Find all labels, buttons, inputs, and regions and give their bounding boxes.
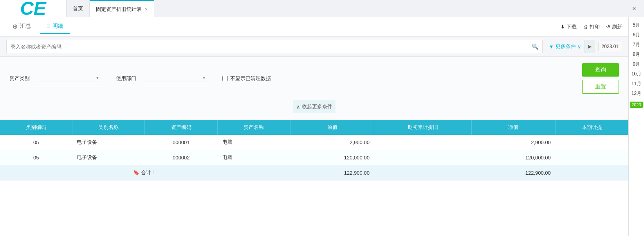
- right-sidebar: 5月6月7月8月9月10月11月12月 2023: [628, 17, 644, 236]
- hide-cleared-checkbox-label[interactable]: 不显示已清理数据: [222, 75, 271, 82]
- total-accumulated: [374, 165, 471, 181]
- total-current-period: [556, 165, 628, 181]
- collapse-button[interactable]: ∧ 收起更多条件: [293, 100, 336, 113]
- reset-button[interactable]: 重置: [582, 80, 619, 94]
- search-input[interactable]: [11, 44, 529, 50]
- refresh-button[interactable]: ↺ 刷新: [606, 23, 622, 30]
- window-close-button[interactable]: ×: [632, 5, 636, 12]
- col-accumulated-depreciation: 期初累计折旧: [374, 120, 471, 135]
- filter-panel: 资产类别 ▼ 使用部门 ▼: [0, 57, 628, 120]
- tab-summary[interactable]: ⊕ 汇总: [6, 20, 37, 34]
- app-header: CE 首页 固定资产折旧统计表 × ×: [0, 0, 644, 17]
- col-current-period: 本期计提: [556, 120, 628, 135]
- toolbar-actions: ⬇ 下载 🖨 打印 ↺ 刷新: [561, 23, 622, 30]
- cell-original-value: 120,000.00: [290, 150, 374, 165]
- filter-icon: ▼: [549, 44, 554, 50]
- tab-bar: 首页 固定资产折旧统计表 × ×: [67, 0, 644, 17]
- filter-actions: 查询 重置: [582, 63, 619, 94]
- hide-cleared-checkbox[interactable]: [222, 76, 228, 81]
- col-asset-name: 资产名称: [218, 120, 290, 135]
- cell-asset-code: 000001: [145, 135, 218, 150]
- data-table: 类别编码 类别名称 资产编码 资产名称 原值 期初累计折旧 净值 本期计提 05…: [0, 120, 628, 181]
- download-icon: ⬇: [561, 24, 565, 30]
- detail-icon: ≡: [47, 23, 50, 30]
- cell-current-period: [556, 150, 628, 165]
- print-button[interactable]: 🖨 打印: [583, 23, 600, 30]
- table-header-row: 类别编码 类别名称 资产编码 资产名称 原值 期初累计折旧 净值 本期计提: [0, 120, 628, 135]
- cell-asset-code: 000002: [145, 150, 218, 165]
- cell-asset-name: 电脑: [218, 135, 290, 150]
- collapse-icon: ∧: [296, 104, 300, 110]
- cell-net-value: 2,900.00: [471, 135, 556, 150]
- table-row: 05 电子设备 000002 电脑 120,000.00 120,000.00: [0, 150, 628, 165]
- col-asset-code: 资产编码: [145, 120, 218, 135]
- app-layout: CE 首页 固定资产折旧统计表 × × ⊕ 汇总: [0, 0, 644, 236]
- sidebar-month-item[interactable]: 5月: [631, 20, 642, 30]
- cell-category-name: 电子设备: [72, 150, 145, 165]
- download-button[interactable]: ⬇ 下载: [561, 23, 577, 30]
- sidebar-month-item[interactable]: 12月: [631, 89, 642, 98]
- cell-net-value: 120,000.00: [471, 150, 556, 165]
- sidebar-month-item[interactable]: 7月: [631, 40, 642, 50]
- total-row: 🔖合计： 122,900.00 122,900.00: [0, 165, 628, 181]
- department-label: 使用部门: [116, 75, 136, 82]
- sidebar-expand-arrow[interactable]: ▶: [584, 40, 595, 53]
- total-net-value: 122,900.00: [471, 165, 556, 181]
- current-date-display: 2023.01: [598, 42, 622, 51]
- table-row: 05 电子设备 000001 电脑 2,900.00 2,900.00: [0, 135, 628, 150]
- col-category-name: 类别名称: [72, 120, 145, 135]
- asset-category-input[interactable]: [33, 75, 96, 81]
- search-input-box: 🔍: [6, 40, 543, 53]
- cell-original-value: 2,900.00: [290, 135, 374, 150]
- filter-more-button[interactable]: ▼ 更多条件 ∨: [549, 43, 581, 50]
- sub-tab-bar: ⊕ 汇总 ≡ 明细 ⬇ 下载 🖨 打印: [0, 17, 628, 37]
- content-container: ⊕ 汇总 ≡ 明细 ⬇ 下载 🖨 打印: [0, 17, 628, 236]
- department-input[interactable]: [139, 75, 202, 81]
- total-original-value: 122,900.00: [290, 165, 374, 181]
- chevron-down-icon: ∨: [577, 44, 581, 50]
- cell-accumulated-depreciation: [374, 135, 471, 150]
- department-field: 使用部门 ▼: [116, 75, 210, 82]
- department-arrow-icon: ▼: [202, 76, 206, 80]
- sidebar-month-item[interactable]: 10月: [631, 69, 642, 79]
- search-icon: 🔍: [532, 43, 538, 50]
- tab-home[interactable]: 首页: [67, 0, 90, 17]
- print-icon: 🖨: [583, 24, 588, 30]
- summary-icon: ⊕: [13, 23, 18, 30]
- col-net-value: 净值: [471, 120, 556, 135]
- table-container: 类别编码 类别名称 资产编码 资产名称 原值 期初累计折旧 净值 本期计提 05…: [0, 120, 628, 236]
- col-category-code: 类别编码: [0, 120, 72, 135]
- filter-row: 资产类别 ▼ 使用部门 ▼: [9, 63, 619, 94]
- sidebar-month-item[interactable]: 11月: [631, 79, 642, 89]
- refresh-icon: ↺: [606, 24, 610, 30]
- app-logo: CE: [20, 0, 46, 19]
- sidebar-month-item[interactable]: 9月: [631, 59, 642, 69]
- sidebar-month-item[interactable]: 6月: [631, 30, 642, 40]
- cell-asset-name: 电脑: [218, 150, 290, 165]
- sub-tab-left: ⊕ 汇总 ≡ 明细: [6, 20, 70, 34]
- month-list: 5月6月7月8月9月10月11月12月: [631, 20, 642, 98]
- year-badge: 2023: [630, 102, 642, 108]
- sidebar-month-item[interactable]: 8月: [631, 50, 642, 59]
- col-original-value: 原值: [290, 120, 374, 135]
- tab-active[interactable]: 固定资产折旧统计表 ×: [90, 0, 154, 17]
- total-label: 🔖合计：: [72, 165, 217, 181]
- tab-close-icon[interactable]: ×: [145, 7, 148, 12]
- cell-current-period: [556, 135, 628, 150]
- asset-category-label: 资产类别: [9, 75, 30, 82]
- cell-category-code: 05: [0, 135, 72, 150]
- table-body: 05 电子设备 000001 电脑 2,900.00 2,900.00 05 电…: [0, 135, 628, 181]
- cell-category-name: 电子设备: [72, 135, 145, 150]
- asset-category-field: 资产类别 ▼: [9, 75, 103, 82]
- asset-category-arrow-icon: ▼: [96, 76, 99, 80]
- logo-area: CE: [0, 0, 67, 17]
- query-button[interactable]: 查询: [582, 63, 619, 77]
- app-body: ⊕ 汇总 ≡ 明细 ⬇ 下载 🖨 打印: [0, 17, 644, 236]
- cell-accumulated-depreciation: [374, 150, 471, 165]
- search-area: 🔍 ▼ 更多条件 ∨ ▶ 2023.01: [0, 37, 628, 57]
- cell-category-code: 05: [0, 150, 72, 165]
- tab-detail[interactable]: ≡ 明细: [40, 20, 70, 34]
